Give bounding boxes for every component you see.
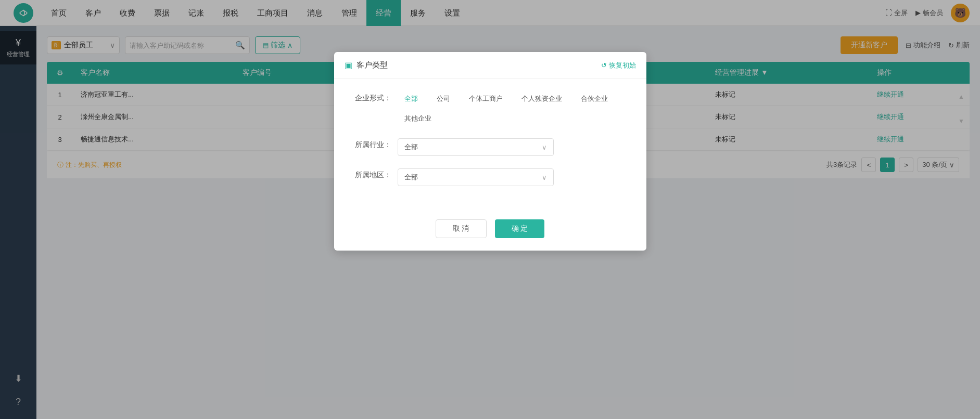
industry-select[interactable]: 全部 ∨ xyxy=(398,138,554,156)
modal-footer: 取 消 确 定 xyxy=(334,211,646,251)
reset-label: 恢复初始 xyxy=(609,61,636,70)
enterprise-option-0[interactable]: 全部 xyxy=(398,91,425,106)
cancel-button[interactable]: 取 消 xyxy=(436,219,487,238)
enterprise-option-5[interactable]: 其他企业 xyxy=(398,111,438,126)
industry-content: 全部 ∨ xyxy=(398,138,631,156)
industry-value: 全部 xyxy=(404,142,418,152)
enterprise-option-1[interactable]: 公司 xyxy=(430,91,457,106)
modal-header: ▣ 客户类型 ↺ 恢复初始 xyxy=(334,52,646,79)
reset-icon: ↺ xyxy=(601,61,607,69)
filter-modal: ▣ 客户类型 ↺ 恢复初始 企业形式： 全部公司个体工商户个人独资企业合伙企业其… xyxy=(334,52,646,251)
enterprise-label: 企业形式： xyxy=(350,91,391,103)
region-value: 全部 xyxy=(404,173,418,182)
confirm-button[interactable]: 确 定 xyxy=(495,219,545,238)
modal-reset-button[interactable]: ↺ 恢复初始 xyxy=(601,61,636,70)
modal-title: 客户类型 xyxy=(357,60,388,70)
region-select[interactable]: 全部 ∨ xyxy=(398,168,554,186)
enterprise-option-4[interactable]: 合伙企业 xyxy=(574,91,615,106)
industry-arrow: ∨ xyxy=(542,143,547,151)
enterprise-form-row: 企业形式： 全部公司个体工商户个人独资企业合伙企业其他企业 xyxy=(350,91,631,126)
region-form-row: 所属地区： 全部 ∨ xyxy=(350,168,631,186)
modal-title-area: ▣ 客户类型 xyxy=(345,60,388,70)
modal-body: 企业形式： 全部公司个体工商户个人独资企业合伙企业其他企业 所属行业： 全部 ∨… xyxy=(334,79,646,211)
enterprise-options: 全部公司个体工商户个人独资企业合伙企业其他企业 xyxy=(398,91,631,126)
enterprise-option-2[interactable]: 个体工商户 xyxy=(462,91,510,106)
enterprise-option-3[interactable]: 个人独资企业 xyxy=(515,91,569,106)
region-content: 全部 ∨ xyxy=(398,168,631,186)
modal-title-icon: ▣ xyxy=(345,60,352,70)
region-arrow: ∨ xyxy=(542,174,547,181)
industry-form-row: 所属行业： 全部 ∨ xyxy=(350,138,631,156)
region-label: 所属地区： xyxy=(350,168,391,180)
industry-label: 所属行业： xyxy=(350,138,391,150)
modal-overlay: ▣ 客户类型 ↺ 恢复初始 企业形式： 全部公司个体工商户个人独资企业合伙企业其… xyxy=(0,0,980,419)
